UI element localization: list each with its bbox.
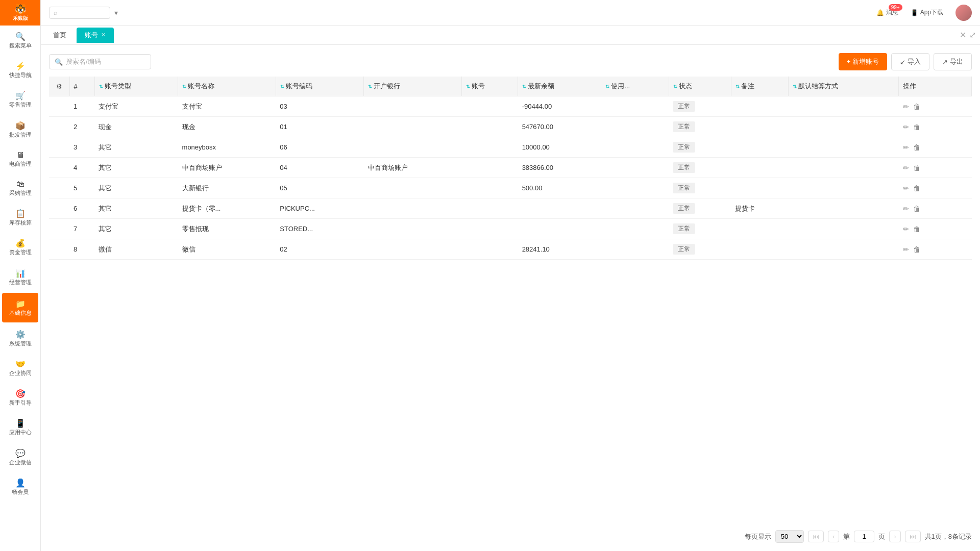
tab-label-accounts: 账号 [85,31,98,40]
cell-account-type: 其它 [94,219,178,239]
cell-index: 1 [69,96,94,117]
app-download-button[interactable]: 📱 App下载 [911,8,943,17]
table-row: 4 其它 中百商场账户 04 中百商场账户 383866.00 正常 ✏ 🗑 [49,158,972,178]
sidebar-item-system-mgmt[interactable]: ⚙️系统管理 [0,323,40,353]
sidebar-item-basic-info[interactable]: 📁基础信息 [2,293,38,322]
edit-icon[interactable]: ✏ [903,103,909,111]
sidebar-item-inventory[interactable]: 📋库存核算 [0,203,40,232]
tab-close-accounts[interactable]: ✕ [101,32,106,38]
topbar: ⌕ ▾ 🔔 消息 99+ 📱 App下载 [41,0,980,26]
sidebar-icon-finance-mgmt: 💰 [0,238,40,248]
delete-icon[interactable]: 🗑 [913,205,920,213]
tab-close-all-icon[interactable]: ✕ [960,30,966,40]
cell-remarks [731,178,788,198]
edit-icon[interactable]: ✏ [903,164,909,172]
cell-usage [601,198,669,219]
topbar-dropdown-icon[interactable]: ▾ [114,9,118,17]
cell-status: 正常 [669,137,731,158]
edit-icon[interactable]: ✏ [903,123,909,131]
table-row: 5 其它 大新银行 05 500.00 正常 ✏ 🗑 [49,178,972,198]
cell-usage [601,117,669,137]
delete-icon[interactable]: 🗑 [913,245,920,254]
th-account-name[interactable]: ⇅账号名称 [178,77,276,96]
sidebar-item-search-menu[interactable]: 🔍搜索菜单 [0,26,40,55]
th-actions: 操作 [899,77,972,96]
export-button[interactable]: ↗ 导出 [934,53,972,70]
th-remarks[interactable]: ⇅备注 [731,77,788,96]
cell-index: 2 [69,117,94,137]
edit-icon[interactable]: ✏ [903,245,909,254]
sidebar-item-app-center[interactable]: 📱应用中心 [0,412,40,442]
edit-icon[interactable]: ✏ [903,205,909,213]
th-status[interactable]: ⇅状态 [669,77,731,96]
prev-page-button[interactable]: ‹ [828,531,839,542]
add-account-button[interactable]: + 新增账号 [839,53,887,70]
sidebar-item-finance-mgmt[interactable]: 💰资金管理 [0,232,40,262]
cell-account-name: moneybosx [178,137,276,158]
th-gear[interactable]: ⚙ [49,77,69,96]
th-usage[interactable]: ⇅使用... [601,77,669,96]
th-account-code[interactable]: ⇅账号编码 [276,77,364,96]
search-box[interactable]: 🔍 搜索名/编码 [49,54,151,69]
delete-icon[interactable]: 🗑 [913,103,920,111]
delete-icon[interactable]: 🗑 [913,123,920,131]
sidebar-item-ecommerce-mgmt[interactable]: 🖥电商管理 [0,144,40,173]
cell-account-no [462,96,518,117]
page-number-input[interactable] [854,531,874,542]
th-account-type[interactable]: ⇅账号类型 [94,77,178,96]
th-account-no[interactable]: ⇅账号 [462,77,518,96]
delete-icon[interactable]: 🗑 [913,225,920,233]
sidebar-logo-text: 乐账版 [13,15,28,22]
cell-actions: ✏ 🗑 [899,219,972,239]
sidebar-item-wholesale-mgmt[interactable]: 📦批发管理 [0,115,40,144]
edit-icon[interactable]: ✏ [903,184,909,192]
th-default-settlement[interactable]: ⇅默认结算方式 [789,77,899,96]
tab-home[interactable]: 首页 [45,28,75,43]
last-page-button[interactable]: ⏭ [905,531,921,542]
cell-gear [49,198,69,219]
cell-default-settlement [789,178,899,198]
cell-account-code: STORED... [276,219,364,239]
sidebar-label-retail-mgmt: 零售管理 [0,102,40,108]
th-latest-balance[interactable]: ⇅最新余额 [518,77,601,96]
cell-account-no [462,137,518,158]
cell-actions: ✏ 🗑 [899,137,972,158]
cell-actions: ✏ 🗑 [899,239,972,260]
sidebar-label-quick-nav: 快捷导航 [0,72,40,79]
import-button[interactable]: ↙ 导入 [891,53,929,70]
cell-latest-balance: 10000.00 [518,137,601,158]
delete-icon[interactable]: 🗑 [913,143,920,152]
cell-gear [49,96,69,117]
sidebar-item-new-guide[interactable]: 🎯新手引导 [0,383,40,412]
sidebar-label-operations-mgmt: 经营管理 [0,279,40,286]
cell-index: 5 [69,178,94,198]
edit-icon[interactable]: ✏ [903,225,909,233]
sidebar-item-quick-nav[interactable]: ⚡快捷导航 [0,55,40,85]
page-size-select[interactable]: 50 100 200 [775,530,804,543]
sidebar-item-purchase-mgmt[interactable]: 🛍采购管理 [0,173,40,203]
sidebar-item-enterprise-agreement[interactable]: 🤝企业协同 [0,353,40,383]
sidebar-icon-app-center: 📱 [0,418,40,428]
cell-account-code: 05 [276,178,364,198]
sidebar-item-retail-mgmt[interactable]: 🛒零售管理 [0,85,40,114]
cell-default-settlement [789,198,899,219]
delete-icon[interactable]: 🗑 [913,164,920,172]
tab-accounts[interactable]: 账号✕ [77,28,114,43]
first-page-button[interactable]: ⏮ [808,531,824,542]
per-page-label: 每页显示 [745,532,771,541]
cell-actions: ✏ 🗑 [899,96,972,117]
sidebar-item-enterprise-wechat[interactable]: 💬企业微信 [0,442,40,472]
avatar[interactable] [955,5,972,21]
cell-gear [49,158,69,178]
cell-remarks [731,219,788,239]
sidebar-icon-inventory: 📋 [0,209,40,218]
cell-default-settlement [789,239,899,260]
edit-icon[interactable]: ✏ [903,143,909,152]
th-bank[interactable]: ⇅开户银行 [364,77,462,96]
tab-maximize-icon[interactable]: ⤢ [969,30,976,40]
notification-button[interactable]: 🔔 消息 99+ [876,8,898,17]
sidebar-item-operations-mgmt[interactable]: 📊经营管理 [0,262,40,292]
next-page-button[interactable]: › [889,531,900,542]
sidebar-item-member[interactable]: 👤畅会员 [0,472,40,502]
delete-icon[interactable]: 🗑 [913,184,920,192]
